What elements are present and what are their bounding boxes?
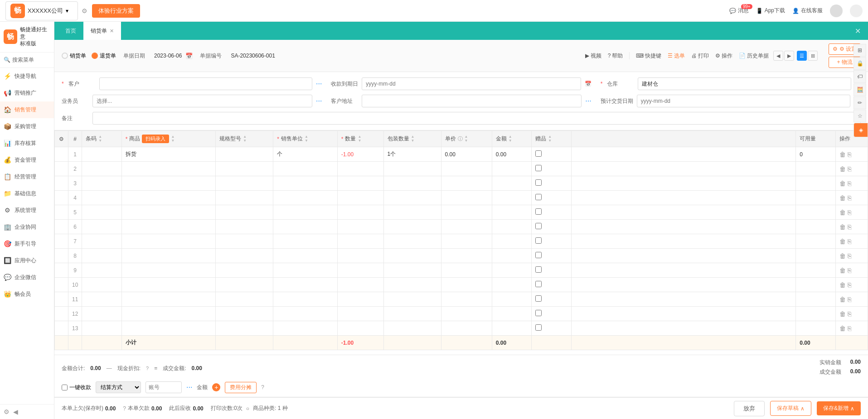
tab-home[interactable]: 首页 [58, 22, 83, 40]
row4-copy-icon[interactable]: ⎘ [848, 194, 851, 202]
sidebar-item-basic[interactable]: 📁 基础信息 [0, 185, 54, 202]
sidebar-item-quick-nav[interactable]: ⚡ 快捷导航 [0, 68, 54, 85]
toolbar-help[interactable]: ? 帮助 [606, 51, 625, 61]
discard-button[interactable]: 放弃 [734, 401, 765, 416]
one-click-payment-check[interactable] [62, 385, 68, 390]
add-payment-button[interactable]: + [212, 383, 220, 391]
row4-delete-icon[interactable]: 🗑 [839, 194, 846, 202]
nav-next[interactable]: ▶ [784, 51, 794, 61]
float-orange-icon[interactable]: ◈ [853, 123, 868, 137]
sidebar-item-operations[interactable]: 📋 经营管理 [0, 169, 54, 185]
sidebar-item-app-center[interactable]: 🔲 应用中心 [0, 252, 54, 269]
sidebar-item-member[interactable]: 👑 畅会员 [0, 286, 54, 303]
row3-gift-checkbox[interactable] [535, 179, 542, 186]
toolbar-select[interactable]: ☰ 选单 [666, 51, 687, 61]
expense-button[interactable]: 费用分摊 [225, 382, 257, 393]
row12-delete-icon[interactable]: 🗑 [839, 310, 846, 318]
row5-copy-icon[interactable]: ⎘ [848, 209, 851, 216]
row12-gift-checkbox[interactable] [535, 310, 542, 316]
payment-date-input[interactable] [362, 77, 581, 90]
account-input[interactable] [145, 381, 182, 393]
row6-copy-icon[interactable]: ⎘ [848, 223, 851, 231]
radio-sales-circle[interactable] [62, 53, 68, 59]
row1-spec[interactable] [216, 147, 273, 162]
row13-delete-icon[interactable]: 🗑 [839, 325, 846, 332]
remark-input[interactable] [92, 112, 861, 125]
save-new-button[interactable]: 保存&新增 ∧ [817, 401, 861, 415]
row7-copy-icon[interactable]: ⎘ [848, 238, 851, 245]
row11-gift-checkbox[interactable] [535, 295, 542, 302]
row8-gift-checkbox[interactable] [535, 252, 542, 258]
customer-input[interactable] [99, 77, 312, 90]
radio-return[interactable]: 退货单 [92, 52, 116, 60]
toolbar-operate[interactable]: ⚙ 操作 [713, 51, 734, 61]
sidebar-item-sales[interactable]: 🏠 销售管理 [0, 101, 54, 118]
float-calculator-icon[interactable]: 🧮 [853, 83, 866, 96]
row3-copy-icon[interactable]: ⎘ [848, 180, 851, 187]
view-list-btn[interactable]: ☰ [797, 51, 807, 61]
row6-delete-icon[interactable]: 🗑 [839, 223, 846, 231]
warehouse-input[interactable] [638, 77, 851, 90]
row7-delete-icon[interactable]: 🗑 [839, 238, 846, 245]
row13-copy-icon[interactable]: ⎘ [848, 325, 851, 332]
radio-sales[interactable]: 销货单 [62, 52, 86, 60]
nav-prev[interactable]: ◀ [773, 51, 783, 61]
sidebar-search[interactable]: 🔍 搜索菜单 [0, 53, 54, 68]
row11-delete-icon[interactable]: 🗑 [839, 296, 846, 303]
row5-gift-checkbox[interactable] [535, 208, 542, 215]
settlement-method-select[interactable]: 结算方式 [96, 381, 141, 393]
sidebar-item-system[interactable]: ⚙ 系统管理 [0, 202, 54, 219]
account-dots[interactable]: ··· [186, 383, 192, 391]
scan-button[interactable]: 扫码录入 [142, 135, 169, 143]
addr-dots[interactable]: ··· [585, 97, 591, 105]
customer-addr-input[interactable] [362, 95, 582, 107]
delivery-date-input[interactable] [637, 95, 850, 107]
avatar[interactable] [830, 5, 843, 17]
sidebar-item-marketing[interactable]: 📢 营销推广 [0, 85, 54, 101]
app-download-btn[interactable]: 📱 App下载 [756, 7, 785, 14]
sidebar-settings-icon[interactable]: ⚙ [4, 408, 10, 415]
col-settings[interactable]: ⚙ [55, 131, 68, 147]
row8-copy-icon[interactable]: ⎘ [848, 252, 851, 260]
row1-gift[interactable] [532, 147, 571, 162]
row5-delete-icon[interactable]: 🗑 [839, 209, 846, 216]
toolbar-video[interactable]: ▶ 视频 [583, 51, 603, 61]
message-btn[interactable]: 💬 消息 99+ [729, 7, 749, 14]
row12-copy-icon[interactable]: ⎘ [848, 310, 851, 318]
row1-amount[interactable]: 0.00 [492, 147, 531, 162]
row1-unit-price[interactable]: 0.00 [441, 147, 492, 162]
row9-copy-icon[interactable]: ⎘ [848, 267, 851, 274]
row1-product[interactable]: 拆货 [121, 147, 216, 162]
float-table-icon[interactable]: ⊞ [853, 44, 866, 57]
sidebar-item-purchase[interactable]: 📦 采购管理 [0, 118, 54, 135]
row2-gift-checkbox[interactable] [535, 165, 542, 171]
sidebar-item-inventory[interactable]: 📊 库存核算 [0, 135, 54, 152]
toolbar-print[interactable]: 🖨 打印 [689, 51, 711, 61]
company-selector[interactable]: 畅 XXXXXX公司 ▾ [5, 1, 78, 20]
row6-gift-checkbox[interactable] [535, 223, 542, 229]
toolbar-shortcut[interactable]: ⌨ 快捷键 [634, 51, 663, 61]
view-grid-btn[interactable]: ⊞ [808, 51, 818, 61]
row1-copy-icon[interactable]: ⎘ [848, 151, 851, 158]
tab-bar-close-icon[interactable]: ✕ [851, 27, 864, 35]
discount-info-icon[interactable]: ? [146, 366, 149, 371]
row13-gift-checkbox[interactable] [535, 324, 542, 331]
trial-button[interactable]: 体验行业方案 [92, 4, 140, 18]
unit-price-info-icon[interactable]: ⓘ [458, 135, 463, 142]
tab-sales-order[interactable]: 销货单 ✕ [83, 22, 121, 40]
expense-help-icon[interactable]: ? [261, 384, 264, 390]
row3-delete-icon[interactable]: 🗑 [839, 180, 846, 187]
save-draft-button[interactable]: 保存草稿 ∧ [770, 401, 811, 416]
sidebar-item-enterprise[interactable]: 🏢 企业协同 [0, 219, 54, 236]
row10-copy-icon[interactable]: ⎘ [848, 281, 851, 289]
radio-return-circle[interactable] [92, 53, 98, 59]
float-edit-icon[interactable]: ✏ [853, 96, 866, 109]
row1-barcode[interactable] [82, 147, 121, 162]
row1-gift-checkbox[interactable] [535, 150, 542, 157]
sidebar-collapse-icon[interactable]: ◀ [13, 408, 18, 415]
sidebar-item-finance[interactable]: 💰 资金管理 [0, 152, 54, 169]
tab-close-icon[interactable]: ✕ [110, 28, 114, 34]
toolbar-history[interactable]: 📄 历史单据 [737, 51, 771, 61]
float-star-icon[interactable]: ☆ [853, 110, 866, 122]
sidebar-item-wechat[interactable]: 💬 企业微信 [0, 269, 54, 286]
